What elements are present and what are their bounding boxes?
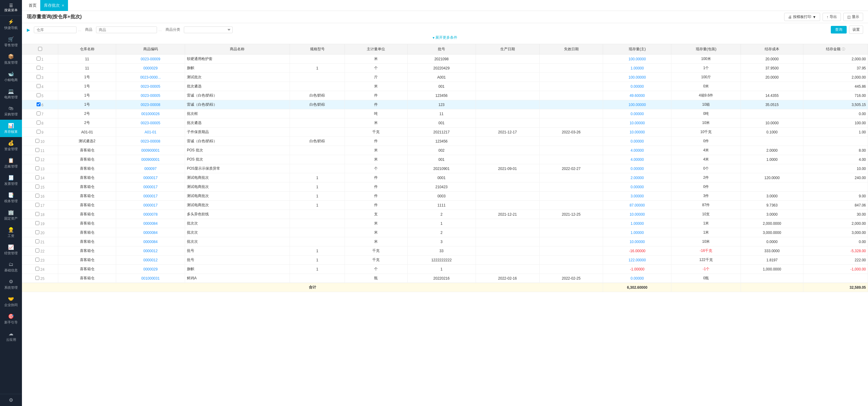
row-select-cell[interactable]: 20 bbox=[22, 228, 58, 237]
select-all-checkbox[interactable] bbox=[38, 47, 42, 51]
sidebar-item-inventory[interactable]: 📊库存核算 bbox=[0, 120, 22, 137]
row-checkbox-21[interactable] bbox=[35, 248, 39, 252]
row-select-cell[interactable]: 24 bbox=[22, 265, 58, 274]
sidebar-item-guide[interactable]: 🎯新手引导 bbox=[0, 310, 22, 328]
sidebar-item-general[interactable]: 📋总账管理 bbox=[0, 155, 22, 172]
display-button[interactable]: ◫ 显示 bbox=[843, 13, 863, 21]
row-checkbox-0[interactable] bbox=[37, 57, 40, 61]
row-checkbox-6[interactable] bbox=[37, 111, 40, 115]
row-select-cell[interactable]: 8 bbox=[22, 119, 58, 128]
row-select-cell[interactable]: 13 bbox=[22, 164, 58, 173]
sidebar-item-base[interactable]: 🗂基础信息 bbox=[0, 259, 22, 276]
cell-12 bbox=[803, 274, 868, 283]
sidebar-item-cloud[interactable]: ☁云应用 bbox=[0, 328, 22, 345]
cell-3: 批次次 bbox=[185, 228, 290, 237]
filter-collapse-icon[interactable]: ▶ bbox=[27, 27, 30, 32]
tab-home[interactable]: 首页 bbox=[25, 0, 40, 11]
cell-3: 测试电商批次 bbox=[185, 173, 290, 182]
row-select-cell[interactable]: 4 bbox=[22, 82, 58, 91]
sidebar-item-ecom[interactable]: 💻电商管理 bbox=[0, 85, 22, 103]
row-checkbox-24[interactable] bbox=[35, 276, 39, 280]
row-select-cell[interactable]: 14 bbox=[22, 173, 58, 182]
tab-close-btn[interactable]: ✕ bbox=[62, 0, 64, 11]
row-checkbox-14[interactable] bbox=[35, 184, 39, 189]
sidebar-item-labor[interactable]: 👷工资 bbox=[0, 224, 22, 241]
cell-9: 10.00000 bbox=[603, 119, 671, 128]
cell-9: 100.00000 bbox=[603, 55, 671, 64]
row-checkbox-13[interactable] bbox=[35, 175, 39, 179]
sidebar-item-collab[interactable]: 🤝企业协同 bbox=[0, 293, 22, 310]
row-checkbox-5[interactable] bbox=[37, 102, 40, 106]
row-checkbox-12[interactable] bbox=[35, 166, 39, 170]
sidebar-search[interactable]: ☰ 搜索菜单 bbox=[0, 0, 22, 16]
cell-4 bbox=[290, 164, 345, 173]
row-select-cell[interactable]: 9 bbox=[22, 128, 58, 137]
cell-4 bbox=[290, 219, 345, 228]
tab-current[interactable]: 库存批次 ✕ bbox=[40, 0, 68, 11]
cell-3: 雷诚（白色/奶棕） bbox=[185, 91, 290, 100]
cell-1: 喜客箱仓 bbox=[58, 192, 116, 201]
cell-11: 2,000.0000 bbox=[741, 219, 803, 228]
sidebar-item-ops[interactable]: 📈经营管理 bbox=[0, 241, 22, 259]
row-select-cell[interactable]: 18 bbox=[22, 210, 58, 219]
row-checkbox-20[interactable] bbox=[35, 239, 39, 243]
row-checkbox-4[interactable] bbox=[37, 93, 40, 97]
row-checkbox-23[interactable] bbox=[35, 267, 39, 271]
row-checkbox-1[interactable] bbox=[37, 66, 40, 70]
row-select-cell[interactable]: 21 bbox=[22, 237, 58, 246]
cell-1: 喜客箱仓 bbox=[58, 256, 116, 265]
export-button[interactable]: ↑ 导出 bbox=[823, 13, 841, 21]
row-select-cell[interactable]: 25 bbox=[22, 274, 58, 283]
row-checkbox-16[interactable] bbox=[35, 203, 39, 207]
row-checkbox-22[interactable] bbox=[35, 258, 39, 262]
row-select-cell[interactable]: 2 bbox=[22, 64, 58, 73]
row-select-cell[interactable]: 3 bbox=[22, 73, 58, 82]
row-select-cell[interactable]: 23 bbox=[22, 256, 58, 265]
sidebar-item-quick-nav[interactable]: ⚡快捷导航 bbox=[0, 16, 22, 33]
row-select-cell[interactable]: 1 bbox=[22, 55, 58, 64]
expand-conditions-btn[interactable]: ▾ 展开更多条件 bbox=[433, 35, 457, 40]
row-checkbox-19[interactable] bbox=[35, 230, 39, 234]
row-select-cell[interactable]: 12 bbox=[22, 155, 58, 164]
sidebar-item-mini-ecom[interactable]: 🐋小鲸电商 bbox=[0, 68, 22, 85]
row-checkbox-15[interactable] bbox=[35, 194, 39, 198]
row-select-cell[interactable]: 15 bbox=[22, 182, 58, 192]
row-select-cell[interactable]: 5 bbox=[22, 91, 58, 100]
row-checkbox-3[interactable] bbox=[37, 84, 40, 88]
row-checkbox-8[interactable] bbox=[37, 130, 40, 134]
row-select-cell[interactable]: 11 bbox=[22, 146, 58, 155]
sidebar-item-wholesale[interactable]: 📦批发管理 bbox=[0, 50, 22, 68]
set-button[interactable]: 设置 bbox=[849, 26, 863, 34]
sidebar-item-sys[interactable]: ⚙系统管理 bbox=[0, 276, 22, 293]
row-select-cell[interactable]: 17 bbox=[22, 201, 58, 210]
sidebar-item-finance[interactable]: 💰资金管理 bbox=[0, 137, 22, 155]
row-select-cell[interactable]: 16 bbox=[22, 192, 58, 201]
warehouse-input[interactable] bbox=[34, 27, 76, 33]
row-select-cell[interactable]: 22 bbox=[22, 246, 58, 256]
table-container[interactable]: 仓库名称商品编码商品名称规格型号主计量单位批号生产日期失效日期现存量(主)现存量… bbox=[22, 44, 868, 406]
print-button[interactable]: 🖨 按模板打印 ▼ bbox=[784, 13, 820, 21]
info-icon[interactable]: ⓘ bbox=[842, 47, 845, 51]
row-select-cell[interactable]: 19 bbox=[22, 219, 58, 228]
cell-2: 0023-00008 bbox=[116, 100, 185, 109]
row-checkbox-18[interactable] bbox=[35, 221, 39, 225]
sidebar-item-retail[interactable]: 🛒零售管理 bbox=[0, 33, 22, 50]
row-checkbox-9[interactable] bbox=[35, 139, 39, 143]
row-select-cell[interactable]: 6 bbox=[22, 100, 58, 109]
row-select-cell[interactable]: 10 bbox=[22, 137, 58, 146]
row-select-cell[interactable]: 7 bbox=[22, 109, 58, 119]
sidebar-item-tax[interactable]: 📑税务管理 bbox=[0, 189, 22, 206]
category-select[interactable] bbox=[184, 27, 232, 33]
product-input[interactable] bbox=[96, 27, 157, 33]
cell-6: 1111 bbox=[407, 201, 476, 210]
row-checkbox-2[interactable] bbox=[37, 75, 40, 79]
sidebar-settings[interactable]: ⚙ bbox=[0, 394, 22, 406]
row-checkbox-11[interactable] bbox=[35, 157, 39, 161]
sidebar-item-purchase[interactable]: 🛍采购管理 bbox=[0, 103, 22, 120]
row-checkbox-7[interactable] bbox=[37, 121, 40, 125]
sidebar-item-invoice[interactable]: 🧾发票管理 bbox=[0, 172, 22, 189]
sidebar-item-fixed-assets[interactable]: 🏢固定资产 bbox=[0, 206, 22, 224]
row-checkbox-17[interactable] bbox=[35, 212, 39, 216]
search-button[interactable]: 查询 bbox=[831, 26, 847, 34]
row-checkbox-10[interactable] bbox=[35, 148, 39, 152]
